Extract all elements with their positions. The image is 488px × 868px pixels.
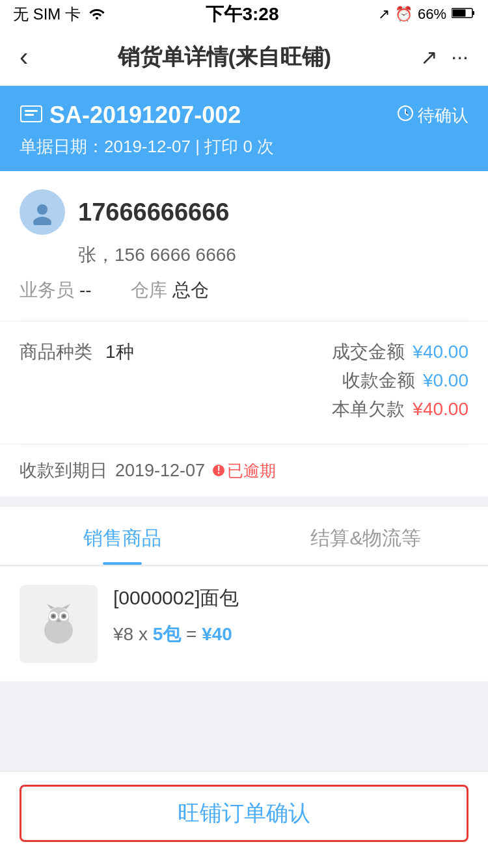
overdue-icon: ! <box>213 465 224 476</box>
nav-right: ↗ ··· <box>420 45 468 70</box>
tab-sales-products[interactable]: 销售商品 <box>0 507 244 565</box>
product-types-value: 1种 <box>105 340 134 364</box>
order-icon <box>20 102 43 129</box>
back-button[interactable]: ‹ <box>20 42 28 72</box>
warehouse-item: 仓库 总仓 <box>131 278 209 303</box>
nav-bar: ‹ 销货单详情(来自旺铺) ↗ ··· <box>0 29 488 86</box>
share-button[interactable]: ↗ <box>420 45 438 70</box>
avatar <box>20 189 65 235</box>
product-name: [0000002]面包 <box>113 585 468 612</box>
wifi-icon <box>87 5 107 23</box>
salesperson-value: -- <box>79 280 92 301</box>
product-item: [0000002]面包 ¥8 x 5包 = ¥40 <box>0 567 488 681</box>
due-date-row: 收款到期日 2019-12-07 ! 已逾期 <box>0 444 488 496</box>
overdue-badge: ! 已逾期 <box>213 460 276 481</box>
deal-amount-value: ¥40.00 <box>413 342 468 362</box>
debt-amount-label: 本单欠款 <box>332 397 405 422</box>
status-left: 无 SIM 卡 <box>13 4 107 25</box>
clock-icon <box>397 105 414 126</box>
product-types-label: 商品种类 <box>20 340 92 364</box>
svg-marker-18 <box>47 604 55 609</box>
svg-rect-1 <box>472 11 474 15</box>
summary-left: 商品种类 1种 <box>20 340 134 368</box>
battery-icon <box>452 6 475 23</box>
order-status: 待确认 <box>397 104 468 127</box>
debt-amount-row: 本单欠款 ¥40.00 <box>332 397 468 422</box>
salesperson-item: 业务员 -- <box>20 278 92 303</box>
svg-point-15 <box>52 615 55 617</box>
svg-rect-5 <box>25 114 34 116</box>
product-thumb-inner <box>20 585 98 663</box>
due-date-label: 收款到期日 <box>20 459 107 482</box>
page-title: 销货单详情(来自旺铺) <box>118 42 332 72</box>
customer-meta: 业务员 -- 仓库 总仓 <box>20 278 468 303</box>
bottom-bar: 旺铺订单确认 <box>0 771 488 868</box>
summary-top: 商品种类 1种 成交金额 ¥40.00 收款金额 ¥0.00 本单欠款 ¥40.… <box>20 340 468 426</box>
product-types-row: 商品种类 1种 <box>20 340 134 364</box>
salesperson-label: 业务员 <box>20 278 74 303</box>
location-icon: ↗ <box>378 6 390 23</box>
svg-point-7 <box>37 204 47 215</box>
svg-point-16 <box>62 615 65 617</box>
order-banner: SA-20191207-002 待确认 单据日期：2019-12-07 | 打印… <box>0 86 488 171</box>
product-section: [0000002]面包 ¥8 x 5包 = ¥40 <box>0 567 488 681</box>
debt-amount-value: ¥40.00 <box>413 399 468 420</box>
order-id: SA-20191207-002 <box>20 102 241 129</box>
order-summary: 商品种类 1种 成交金额 ¥40.00 收款金额 ¥0.00 本单欠款 ¥40.… <box>0 321 488 444</box>
collected-amount-value: ¥0.00 <box>423 370 468 391</box>
main-content: SA-20191207-002 待确认 单据日期：2019-12-07 | 打印… <box>0 86 488 868</box>
confirm-order-button[interactable]: 旺铺订单确认 <box>20 785 468 842</box>
product-price-formula: ¥8 x <box>113 624 148 644</box>
product-info: [0000002]面包 ¥8 x 5包 = ¥40 <box>113 585 468 647</box>
status-right: ↗ ⏰ 66% <box>378 6 475 23</box>
product-total: ¥40 <box>202 624 232 644</box>
summary-right: 成交金额 ¥40.00 收款金额 ¥0.00 本单欠款 ¥40.00 <box>332 340 468 426</box>
nav-left: ‹ <box>20 42 28 72</box>
customer-phone: 17666666666 <box>78 198 229 226</box>
collected-amount-label: 收款金额 <box>342 368 415 393</box>
tabs: 销售商品 结算&物流等 <box>0 507 488 565</box>
status-bar: 无 SIM 卡 下午3:28 ↗ ⏰ 66% <box>0 0 488 29</box>
tab-settlement[interactable]: 结算&物流等 <box>244 507 488 565</box>
customer-contact: 张，156 6666 6666 <box>78 243 468 267</box>
battery-text: 66% <box>418 6 446 23</box>
customer-card: 17666666666 张，156 6666 6666 业务员 -- 仓库 总仓 <box>0 171 488 321</box>
overdue-text: 已逾期 <box>227 460 276 481</box>
deal-amount-row: 成交金额 ¥40.00 <box>332 340 468 364</box>
alarm-icon: ⏰ <box>395 6 413 23</box>
section-divider-1 <box>0 496 488 507</box>
product-thumbnail <box>20 585 98 663</box>
warehouse-value: 总仓 <box>172 278 209 303</box>
product-equals: = <box>186 624 197 644</box>
product-qty: 5包 <box>153 624 182 644</box>
status-time: 下午3:28 <box>206 2 278 27</box>
deal-amount-label: 成交金额 <box>332 340 405 364</box>
svg-rect-2 <box>452 10 465 17</box>
collected-amount-row: 收款金额 ¥0.00 <box>332 368 468 393</box>
more-button[interactable]: ··· <box>451 45 468 69</box>
warehouse-label: 仓库 <box>131 278 167 303</box>
customer-top: 17666666666 <box>20 189 468 235</box>
svg-rect-4 <box>25 110 38 112</box>
due-date-value: 2019-12-07 <box>115 461 205 481</box>
svg-marker-19 <box>62 604 70 609</box>
svg-point-8 <box>33 217 51 225</box>
carrier-text: 无 SIM 卡 <box>13 4 81 25</box>
order-banner-top: SA-20191207-002 待确认 <box>20 102 468 129</box>
order-date: 单据日期：2019-12-07 | 打印 0 次 <box>20 135 468 158</box>
product-price: ¥8 x 5包 = ¥40 <box>113 622 468 647</box>
